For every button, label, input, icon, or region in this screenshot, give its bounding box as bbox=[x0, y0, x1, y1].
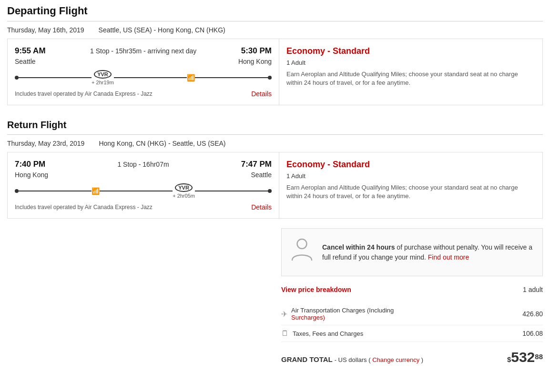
departing-origin-city: Seattle bbox=[15, 58, 36, 65]
air-charges-amount: 426.80 bbox=[522, 310, 543, 318]
change-currency-link[interactable]: Change currency bbox=[372, 356, 419, 363]
air-charges-surcharges: Surcharges) bbox=[291, 314, 325, 321]
return-details-link[interactable]: Details bbox=[251, 203, 272, 211]
air-charges-label: ✈ Air Transportation Charges (IncludingS… bbox=[281, 307, 394, 321]
departing-route-visual: YVR + 2hr19m 📶 bbox=[15, 70, 272, 85]
departing-stopover-wait: + 2hr19m bbox=[92, 80, 114, 85]
departing-line-right bbox=[195, 77, 268, 78]
plane-icon: ✈ bbox=[281, 310, 287, 319]
total-cents: 88 bbox=[535, 352, 543, 361]
departing-date: Thursday, May 16th, 2019 bbox=[7, 26, 84, 34]
departing-includes: Includes travel operated by Air Canada E… bbox=[15, 90, 153, 97]
departing-route: Seattle, US (SEA) - Hong Kong, CN (HKG) bbox=[99, 26, 225, 34]
departing-title: Departing Flight bbox=[7, 5, 543, 21]
return-card: 7:40 PM 1 Stop - 16hr07m 7:47 PM Hong Ko… bbox=[7, 152, 543, 219]
return-title: Return Flight bbox=[7, 120, 543, 135]
departing-card: 9:55 AM 1 Stop - 15hr35m - arriving next… bbox=[7, 39, 543, 105]
return-left-panel: 7:40 PM 1 Stop - 16hr07m 7:47 PM Hong Ko… bbox=[8, 152, 279, 218]
person-icon bbox=[291, 238, 313, 266]
departing-route-dot-left bbox=[15, 76, 19, 80]
departing-left-panel: 9:55 AM 1 Stop - 15hr35m - arriving next… bbox=[8, 39, 279, 105]
departing-details-link[interactable]: Details bbox=[251, 90, 272, 98]
currency-text: - US dollars ( Change currency ) bbox=[335, 356, 423, 363]
return-footer: Includes travel operated by Air Canada E… bbox=[15, 203, 272, 211]
departing-times: 9:55 AM 1 Stop - 15hr35m - arriving next… bbox=[15, 46, 272, 56]
price-breakdown-section: View price breakdown 1 adult ✈ Air Trans… bbox=[281, 286, 543, 365]
return-route-dot-right bbox=[268, 189, 272, 193]
return-wifi-icon: 📶 bbox=[92, 187, 100, 195]
return-route-visual: 📶 YVR + 2hr05m bbox=[15, 183, 272, 199]
return-route: Hong Kong, CN (HKG) - Seattle, US (SEA) bbox=[99, 140, 225, 147]
departing-footer: Includes travel operated by Air Canada E… bbox=[15, 90, 272, 98]
return-fare-title: Economy - Standard bbox=[286, 160, 535, 170]
return-stop-node: YVR + 2hr05m bbox=[173, 183, 195, 199]
return-dest-city: Seattle bbox=[251, 171, 272, 179]
return-cities: Hong Kong Seattle bbox=[15, 171, 272, 179]
price-breakdown-header: View price breakdown 1 adult bbox=[281, 286, 543, 297]
cancel-find-out-more-link[interactable]: Find out more bbox=[428, 253, 469, 261]
return-line-mid bbox=[100, 191, 173, 191]
taxes-amount: 106.08 bbox=[522, 330, 543, 337]
grand-total-price: $53288 bbox=[507, 349, 543, 365]
return-line-left bbox=[19, 191, 92, 191]
adult-label: 1 adult bbox=[523, 286, 543, 293]
return-arrive-time: 7:47 PM bbox=[241, 160, 272, 169]
return-origin-city: Hong Kong bbox=[15, 171, 48, 179]
departing-line-left bbox=[19, 77, 92, 78]
return-date: Thursday, May 23rd, 2019 bbox=[7, 140, 84, 147]
return-includes: Includes travel operated by Air Canada E… bbox=[15, 204, 153, 211]
total-dollar-sign: $ bbox=[507, 355, 511, 363]
price-row-taxes: 🗒 Taxes, Fees and Charges 106.08 bbox=[281, 325, 543, 342]
grand-total-row: GRAND TOTAL - US dollars ( Change curren… bbox=[281, 347, 543, 365]
return-date-route: Thursday, May 23rd, 2019 Hong Kong, CN (… bbox=[7, 140, 543, 147]
departing-route-dot-right bbox=[268, 76, 272, 80]
departing-depart-time: 9:55 AM bbox=[15, 46, 46, 56]
return-fare-adults: 1 Adult bbox=[286, 172, 535, 180]
cancel-bold: Cancel within 24 hours bbox=[322, 243, 395, 251]
departing-right-panel: Economy - Standard 1 Adult Earn Aeroplan… bbox=[279, 39, 542, 105]
return-fare-desc: Earn Aeroplan and Altitude Qualifying Mi… bbox=[286, 183, 535, 201]
taxes-text: Taxes, Fees and Charges bbox=[293, 330, 363, 337]
cancel-policy-text: Cancel within 24 hours of purchase witho… bbox=[322, 242, 533, 262]
return-route-dot-left bbox=[15, 189, 19, 193]
return-stops: 1 Stop - 16hr07m bbox=[117, 161, 169, 168]
departing-stops: 1 Stop - 15hr35m - arriving next day bbox=[90, 47, 196, 55]
departing-dest-city: Hong Kong bbox=[238, 58, 272, 65]
grand-total-label: GRAND TOTAL - US dollars ( Change curren… bbox=[281, 355, 423, 363]
grand-total-text: GRAND TOTAL bbox=[281, 355, 333, 363]
taxes-label: 🗒 Taxes, Fees and Charges bbox=[281, 329, 363, 338]
return-stopover-wait: + 2hr05m bbox=[173, 193, 195, 199]
departing-fare-desc: Earn Aeroplan and Altitude Qualifying Mi… bbox=[286, 70, 535, 87]
cancel-policy-box: Cancel within 24 hours of purchase witho… bbox=[281, 228, 543, 276]
departing-wifi-icon: 📶 bbox=[187, 74, 195, 81]
departing-cities: Seattle Hong Kong bbox=[15, 58, 272, 65]
return-times: 7:40 PM 1 Stop - 16hr07m 7:47 PM bbox=[15, 160, 272, 169]
svg-point-0 bbox=[297, 239, 307, 249]
view-price-breakdown-link[interactable]: View price breakdown bbox=[281, 286, 351, 293]
departing-arrive-time: 5:30 PM bbox=[241, 46, 272, 56]
price-row-air: ✈ Air Transportation Charges (IncludingS… bbox=[281, 303, 543, 325]
return-depart-time: 7:40 PM bbox=[15, 160, 45, 169]
departing-stop-node: YVR + 2hr19m bbox=[92, 70, 114, 85]
departing-stopover-badge: YVR bbox=[94, 70, 112, 79]
departing-fare-adults: 1 Adult bbox=[286, 59, 535, 66]
departing-fare-title: Economy - Standard bbox=[286, 46, 535, 56]
return-right-panel: Economy - Standard 1 Adult Earn Aeroplan… bbox=[279, 152, 542, 218]
return-line-right bbox=[195, 191, 268, 191]
departing-date-route: Thursday, May 16th, 2019 Seattle, US (SE… bbox=[7, 26, 543, 34]
departing-line-mid bbox=[114, 77, 187, 78]
air-charges-text: Air Transportation Charges (Including bbox=[291, 307, 394, 314]
total-main-amount: 532 bbox=[511, 349, 535, 365]
return-stopover-badge: YVR bbox=[175, 183, 193, 192]
taxes-icon: 🗒 bbox=[281, 329, 289, 338]
